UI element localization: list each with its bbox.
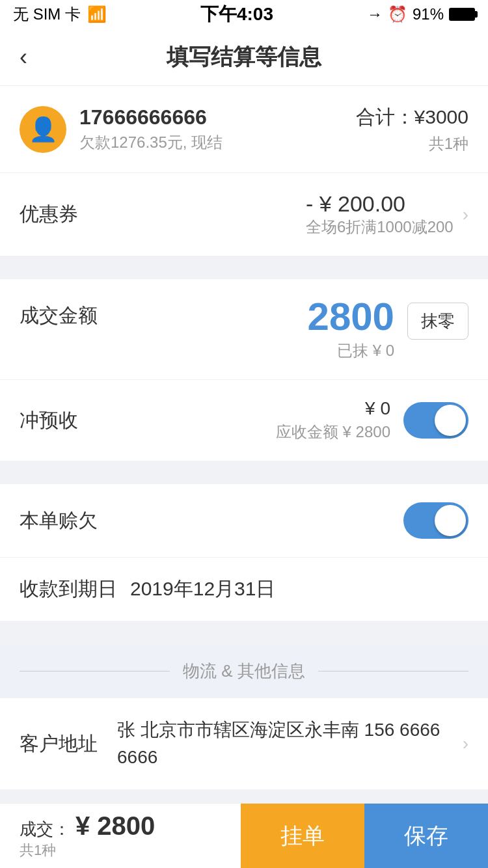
- location-icon: →: [367, 5, 383, 23]
- prepay-value-wrap: ¥ 0 应收金额 ¥ 2800: [276, 398, 390, 442]
- sim-status: 无 SIM 卡: [13, 4, 81, 25]
- amount-label: 成交金额: [20, 297, 98, 329]
- coupon-label: 优惠券: [20, 201, 78, 228]
- chevron-right-icon: ›: [463, 204, 468, 225]
- logistics-text: 物流 & 其他信息: [183, 660, 305, 683]
- battery-percent: 91%: [413, 5, 444, 23]
- divider-2: [0, 472, 488, 484]
- prepay-row: 冲预收 ¥ 0 应收金额 ¥ 2800: [0, 379, 488, 461]
- customer-section: 👤 17666666666 欠款1276.35元, 现结 合计：¥3000 共1…: [0, 86, 488, 256]
- customer-sub-text: 欠款1276.35元, 现结: [79, 132, 356, 153]
- status-right: → ⏰ 91%: [367, 5, 475, 23]
- amount-value-wrap: 2800 已抹 ¥ 0: [308, 297, 394, 361]
- avatar-icon: 👤: [29, 116, 58, 143]
- customer-phone: 17666666666: [79, 105, 356, 129]
- customer-total: 合计：¥3000 共1种: [356, 104, 468, 154]
- coupon-desc: 全场6折满1000减200: [306, 217, 454, 237]
- divider-1: [0, 267, 488, 279]
- address-label: 客户地址: [20, 731, 98, 757]
- amount-inner-row: 成交金额 2800 已抹 ¥ 0 抹零: [20, 297, 468, 361]
- coupon-discount: - ¥ 200.00: [306, 191, 456, 217]
- battery-icon: [449, 8, 475, 21]
- prepay-toggle[interactable]: [403, 402, 468, 439]
- customer-info: 17666666666 欠款1276.35元, 现结: [79, 105, 356, 153]
- amount-value: 2800: [308, 297, 394, 336]
- total-count: 共1种: [356, 133, 468, 154]
- duedate-label: 收款到期日: [20, 576, 117, 603]
- footer-amount: ¥ 2800: [75, 811, 155, 841]
- footer: 成交： ¥ 2800 共1种 挂单 保存: [0, 803, 488, 868]
- address-section: 客户地址 张 北京市市辖区海淀区永丰南 156 6666 6666 ›: [0, 698, 488, 789]
- prepay-right: ¥ 0 应收金额 ¥ 2800: [276, 398, 468, 442]
- coupon-row[interactable]: 优惠券 - ¥ 200.00 全场6折满1000减200 ›: [0, 173, 488, 256]
- debit-row: 本单赊欠: [0, 484, 488, 557]
- status-bar: 无 SIM 卡 📶 下午4:03 → ⏰ 91%: [0, 0, 488, 29]
- prepay-label: 冲预收: [20, 407, 78, 434]
- wifi-icon: 📶: [87, 5, 107, 23]
- amount-right: 2800 已抹 ¥ 0 抹零: [308, 297, 468, 361]
- debit-toggle[interactable]: [403, 502, 468, 539]
- footer-deal-row: 成交： ¥ 2800: [20, 811, 221, 841]
- footer-summary: 成交： ¥ 2800 共1种: [0, 804, 241, 868]
- debit-section: 本单赊欠 收款到期日 2019年12月31日: [0, 484, 488, 621]
- logistics-line-left: [20, 671, 170, 671]
- deal-amount-section: 成交金额 2800 已抹 ¥ 0 抹零 冲预收 ¥ 0 应收金额 ¥ 2800: [0, 279, 488, 461]
- address-row[interactable]: 客户地址 张 北京市市辖区海淀区永丰南 156 6666 6666 ›: [0, 698, 488, 789]
- avatar: 👤: [20, 106, 66, 153]
- page-title: 填写结算等信息: [167, 42, 321, 72]
- address-chevron-icon: ›: [463, 733, 468, 754]
- page-header: ‹ 填写结算等信息: [0, 29, 488, 86]
- prepay-sub: 应收金额 ¥ 2800: [276, 422, 390, 442]
- alarm-icon: ⏰: [388, 5, 407, 23]
- status-time: 下午4:03: [200, 2, 273, 27]
- hang-button[interactable]: 挂单: [241, 804, 364, 868]
- round-button[interactable]: 抹零: [407, 303, 468, 340]
- debit-label: 本单赊欠: [20, 508, 98, 534]
- amount-row: 成交金额 2800 已抹 ¥ 0 抹零: [0, 279, 488, 379]
- logistics-line-right: [318, 671, 468, 671]
- amount-sub: 已抹 ¥ 0: [308, 340, 394, 361]
- prepay-value: ¥ 0: [276, 398, 390, 419]
- back-button[interactable]: ‹: [20, 37, 40, 77]
- customer-row: 👤 17666666666 欠款1276.35元, 现结 合计：¥3000 共1…: [0, 86, 488, 173]
- save-button[interactable]: 保存: [364, 804, 488, 868]
- logistics-divider: 物流 & 其他信息: [0, 644, 488, 698]
- address-value: 张 北京市市辖区海淀区永丰南 156 6666 6666: [117, 716, 463, 771]
- coupon-right: - ¥ 200.00 全场6折满1000减200 ›: [306, 191, 468, 237]
- total-amount: 合计：¥3000: [356, 104, 468, 131]
- duedate-value: 2019年12月31日: [130, 576, 275, 603]
- duedate-row: 收款到期日 2019年12月31日: [0, 557, 488, 621]
- coupon-info: - ¥ 200.00 全场6折满1000减200: [306, 191, 456, 237]
- footer-count: 共1种: [20, 841, 221, 860]
- footer-deal-label: 成交：: [20, 818, 70, 841]
- status-left: 无 SIM 卡 📶: [13, 4, 107, 25]
- divider-3: [0, 632, 488, 644]
